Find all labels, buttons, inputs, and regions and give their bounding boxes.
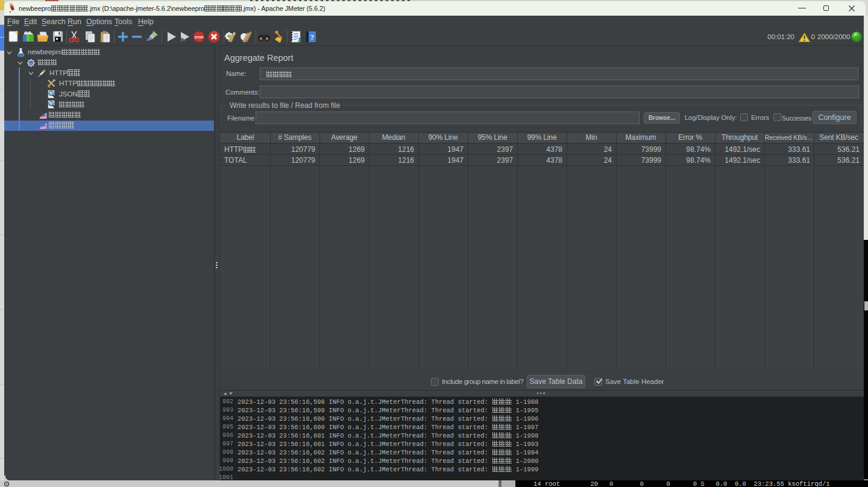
svg-text:m: m: [30, 61, 33, 65]
svg-text:?: ?: [310, 33, 315, 42]
svg-text:STOP: STOP: [195, 36, 204, 39]
